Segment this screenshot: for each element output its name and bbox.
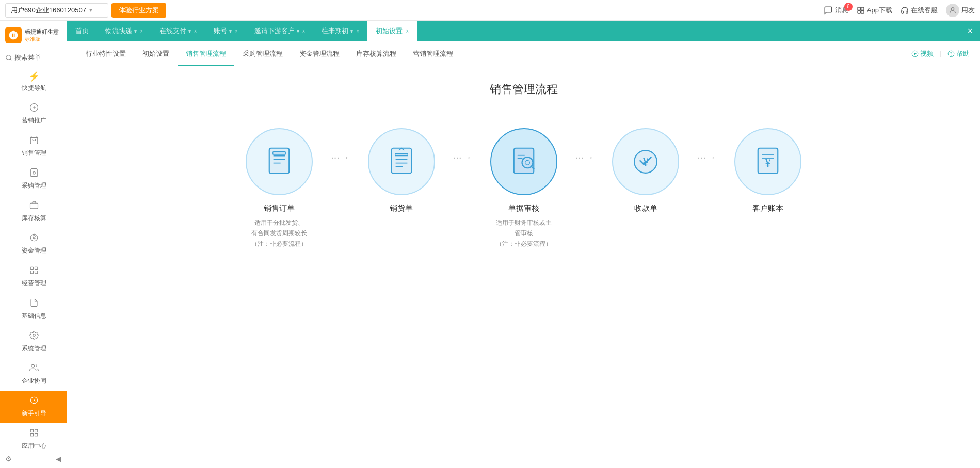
ledger-icon: ¥ [750, 144, 786, 180]
svg-point-15 [31, 364, 35, 367]
enterprise-icon [29, 363, 39, 375]
top-bar-left: 用户690企业1660120507 ▼ 体验行业方案 [5, 3, 824, 18]
sub-tab-label: 销售管理流程 [186, 49, 226, 58]
message-badge: 6 [844, 3, 853, 11]
sidebar-item-label: 库存核算 [22, 214, 46, 223]
sidebar-item-label: 销售管理 [22, 149, 46, 158]
svg-rect-13 [35, 271, 38, 274]
sub-tab-actions: 视频 | 帮助 [911, 49, 970, 58]
nav-tab-period[interactable]: 往来期初 ▾ × [313, 21, 367, 41]
online-service-button[interactable]: 在线客服 [901, 6, 938, 15]
video-link[interactable]: 视频 [911, 49, 934, 58]
sidebar-item-label: 资金管理 [22, 246, 46, 255]
flow-step-label: 销售订单 [264, 204, 295, 213]
nav-tab-account[interactable]: 账号 ▾ × [205, 21, 246, 41]
collapse-button[interactable]: ◀ [56, 455, 61, 463]
nav-tab-payment[interactable]: 在线支付 ▾ × [151, 21, 205, 41]
sub-tab-industry[interactable]: 行业特性设置 [77, 41, 134, 66]
flow-arrow-3: ···→ [575, 128, 595, 163]
sub-tab-label: 资金管理流程 [299, 49, 340, 58]
sidebar-item-quick-nav[interactable]: ⚡ 快捷导航 [0, 66, 67, 98]
sidebar-item-inventory[interactable]: 库存核算 [0, 195, 67, 228]
sub-tab-init-setting[interactable]: 初始设置 [134, 41, 178, 66]
svg-rect-12 [30, 271, 33, 274]
app-download-label: App下载 [867, 6, 892, 15]
svg-rect-20 [35, 434, 38, 436]
close-icon[interactable]: × [406, 28, 409, 34]
flow-step-sales-order[interactable]: 销售订单 适用于分批发货、有合同发货周期较长（注：非必要流程） [228, 128, 331, 249]
sidebar-logo: 畅捷通好生意 标准版 [0, 21, 67, 50]
flow-diagram: 销售订单 适用于分批发货、有合同发货周期较长（注：非必要流程） ···→ [88, 128, 959, 249]
flow-step-receipt[interactable]: ¥ 收款单 [594, 128, 697, 217]
search-menu-button[interactable]: 搜索菜单 [0, 50, 67, 66]
sidebar-item-label: 企业协同 [22, 377, 46, 385]
message-button[interactable]: 消息 6 [824, 6, 848, 15]
flow-circle-invoice [368, 128, 435, 195]
close-icon[interactable]: × [235, 28, 238, 34]
sidebar-item-purchase[interactable]: 采购管理 [0, 163, 67, 195]
close-icon[interactable]: × [140, 28, 143, 34]
svg-point-7 [33, 172, 36, 175]
svg-rect-10 [30, 267, 33, 269]
close-icon[interactable]: × [356, 28, 359, 34]
svg-point-4 [951, 7, 954, 10]
sidebar-item-base-info[interactable]: 基础信息 [0, 293, 67, 325]
settings-bottom-button[interactable]: ⚙ [5, 455, 12, 463]
main-layout: 畅捷通好生意 标准版 搜索菜单 ⚡ 快捷导航 营销推广 [0, 21, 980, 468]
close-icon[interactable]: × [194, 28, 197, 34]
svg-point-5 [6, 55, 11, 60]
audit-icon [506, 144, 542, 180]
flow-step-label: 客户账本 [752, 204, 783, 213]
svg-rect-11 [35, 267, 38, 269]
trial-button[interactable]: 体验行业方案 [111, 3, 166, 18]
base-info-icon [29, 298, 39, 310]
nav-tab-logistics[interactable]: 物流快递 ▾ × [97, 21, 151, 41]
sub-tab-inventory-flow[interactable]: 库存核算流程 [348, 41, 405, 66]
user-menu[interactable]: 用友 [946, 4, 975, 17]
nav-tabs: 首页 物流快递 ▾ × 在线支付 ▾ × 账号 ▾ × 邀请下游客户 ▾ × [67, 21, 980, 41]
nav-tab-label: 物流快递 [105, 26, 132, 36]
sidebar-item-finance[interactable]: 资金管理 [0, 228, 67, 260]
sub-tab-marketing-flow[interactable]: 营销管理流程 [405, 41, 461, 66]
logo-text-block: 畅捷通好生意 标准版 [25, 28, 59, 43]
app-center-icon [29, 428, 39, 440]
nav-tab-init[interactable]: 初始设置 × [367, 21, 417, 41]
svg-rect-34 [513, 148, 534, 174]
sidebar-item-sales[interactable]: 销售管理 [0, 130, 67, 163]
sidebar-item-label: 采购管理 [22, 181, 46, 190]
user-select[interactable]: 用户690企业1660120507 ▼ [5, 3, 108, 18]
sub-tab-label: 营销管理流程 [413, 49, 453, 58]
flow-arrow-2: ···→ [453, 128, 472, 163]
flow-circle-audit [490, 128, 557, 195]
help-link[interactable]: 帮助 [947, 49, 970, 58]
close-icon[interactable]: × [302, 28, 306, 34]
flow-step-desc: 适用于分批发货、有合同发货周期较长（注：非必要流程） [251, 217, 307, 249]
order-icon [261, 144, 297, 180]
sidebar-item-system[interactable]: 系统管理 [0, 325, 67, 358]
app-download-button[interactable]: App下载 [857, 6, 892, 15]
nav-tab-invite[interactable]: 邀请下游客户 ▾ × [246, 21, 314, 41]
nav-tab-home[interactable]: 首页 [67, 21, 97, 41]
flow-step-invoice[interactable]: 销货单 [350, 128, 453, 217]
sidebar-item-guide[interactable]: 新手引导 [0, 391, 67, 423]
sub-tab-finance-flow[interactable]: 资金管理流程 [291, 41, 348, 66]
svg-rect-3 [861, 10, 864, 13]
sub-tab-purchase-flow[interactable]: 采购管理流程 [234, 41, 291, 66]
flow-step-label: 收款单 [634, 204, 657, 213]
flow-step-ledger[interactable]: ¥ 客户账本 [716, 128, 820, 217]
sidebar-item-marketing[interactable]: 营销推广 [0, 98, 67, 130]
sidebar-item-business[interactable]: 经营管理 [0, 260, 67, 293]
svg-rect-2 [858, 10, 860, 13]
sidebar-item-label: 快捷导航 [22, 84, 46, 92]
flow-step-desc: 适用于财务审核或主管审核（注：非必要流程） [496, 217, 552, 249]
video-icon [911, 50, 919, 57]
sub-tab-sales-flow[interactable]: 销售管理流程 [178, 41, 234, 66]
sub-tab-label: 初始设置 [142, 49, 169, 58]
sidebar-item-enterprise[interactable]: 企业协同 [0, 358, 67, 391]
inventory-icon [29, 200, 39, 212]
sidebar-item-app-center[interactable]: 应用中心 [0, 423, 67, 449]
flow-step-label: 单据审核 [508, 204, 539, 213]
top-bar-right: 消息 6 App下载 在线客服 [824, 4, 975, 17]
close-all-tabs-button[interactable]: × [960, 26, 980, 37]
flow-step-audit[interactable]: 单据审核 适用于财务审核或主管审核（注：非必要流程） [472, 128, 575, 249]
